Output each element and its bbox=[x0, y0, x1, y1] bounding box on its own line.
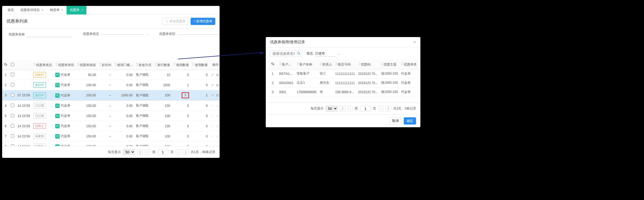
claim-qty-header[interactable]: ▲▼领用数量 bbox=[172, 60, 191, 70]
row-checkbox[interactable] bbox=[11, 114, 14, 117]
status-select[interactable]: 已使用 bbox=[315, 51, 336, 57]
qrcode-icon[interactable]: ⊞ bbox=[216, 73, 219, 77]
qrcode-icon[interactable]: ⊞ bbox=[216, 134, 219, 138]
gear-header[interactable] bbox=[268, 60, 278, 69]
share-icon[interactable]: ↗ bbox=[211, 73, 214, 77]
tab-首页[interactable]: 首页 bbox=[4, 6, 17, 14]
customer-name-header[interactable]: ▲▼客户名称 bbox=[295, 60, 318, 69]
per-page-label: 每页显示 bbox=[108, 150, 121, 154]
close-icon[interactable]: ✕ bbox=[61, 9, 63, 12]
table-row[interactable]: 5 14 23:59 已过期 代代金券 150.00 -- 0.00 客户领取 … bbox=[2, 111, 220, 121]
table-row[interactable]: 6 14 23:59 已终止 代代金券 150.00 -- 0.00 客户领取 … bbox=[2, 121, 220, 131]
contact-cell: 张三 bbox=[318, 69, 334, 78]
row-checkbox[interactable] bbox=[11, 104, 14, 107]
tab-优惠券详情页[interactable]: 优惠券详情页✕ bbox=[17, 6, 47, 14]
share-icon[interactable]: ↗ bbox=[211, 83, 214, 87]
use-qty-header[interactable]: ▲▼使用数量 bbox=[191, 60, 209, 70]
discount-header[interactable]: ▲▼折扣% bbox=[97, 60, 113, 70]
share-icon[interactable]: ↗ bbox=[211, 134, 214, 138]
select-all-checkbox[interactable] bbox=[11, 63, 14, 66]
table-row[interactable]: 8 14 23:59 待发布 代代金券 150.00 -- 0.00 客户领取 … bbox=[2, 141, 220, 146]
table-row[interactable]: 3 07 23:59 执行中 代代金券 200.00 -- 1000.00 客户… bbox=[2, 90, 220, 101]
confirm-button[interactable]: 确定 bbox=[404, 117, 416, 125]
prev-page-button[interactable]: ‹ bbox=[145, 149, 150, 155]
row-checkbox[interactable] bbox=[11, 83, 14, 86]
checkbox-header[interactable] bbox=[9, 60, 16, 70]
table-row[interactable]: 2 00010001 北京1 唐先生 11111111111 2019120 7… bbox=[268, 78, 418, 88]
last-page-button[interactable]: ⟫ bbox=[183, 149, 188, 155]
face-cell: 50.00 bbox=[76, 70, 98, 80]
status-header[interactable]: ▲▼优惠券状态 bbox=[32, 60, 54, 70]
type-cell: 代代金券 bbox=[54, 80, 76, 90]
claim-value[interactable]: 3 bbox=[182, 92, 189, 98]
tab-优惠券[interactable]: 优惠券✕ bbox=[67, 6, 86, 14]
customer-code-header[interactable]: ▲▼客户... bbox=[278, 60, 295, 69]
coupon-type-header[interactable]: ▲▼优惠券类 bbox=[399, 60, 418, 69]
next-page-button[interactable]: › bbox=[378, 106, 383, 111]
row-checkbox[interactable] bbox=[11, 124, 14, 128]
share-icon[interactable]: ↗ bbox=[211, 124, 214, 128]
search-icon[interactable] bbox=[297, 51, 301, 56]
page-size-select[interactable]: 50 bbox=[123, 149, 135, 155]
page-number-input[interactable] bbox=[360, 106, 371, 111]
status-cell: 已过期 bbox=[32, 111, 54, 121]
qrcode-icon[interactable]: ⊞ bbox=[216, 114, 219, 118]
phone-cell: 11111111111 bbox=[334, 78, 356, 88]
share-icon[interactable]: ↗ bbox=[211, 145, 214, 146]
usage-table: ▲▼客户... ▲▼客户名称 ▲▼联系人 ▲▼电话号码 ▲▼优惠码 ▲▼优惠主题… bbox=[268, 60, 418, 97]
table-row[interactable]: 1 待执行 代代金券 50.00 -- 0.00 客户领取 10 0 0 ↗ ⊞ bbox=[2, 70, 220, 80]
cancel-button[interactable]: 取消 bbox=[389, 117, 402, 125]
action-cell: ↗ ⊞ bbox=[209, 90, 220, 101]
qrcode-icon[interactable]: ⊞ bbox=[216, 83, 219, 87]
svg-line-2 bbox=[299, 54, 300, 55]
method-header[interactable]: ▲▼发放方式 bbox=[134, 60, 153, 70]
qrcode-icon[interactable]: ⊞ bbox=[216, 93, 219, 97]
next-page-button[interactable]: › bbox=[176, 149, 181, 155]
add-coupon-button[interactable]: + 新增优惠券 bbox=[191, 18, 215, 25]
prev-page-button[interactable]: ‹ bbox=[348, 106, 352, 111]
action-header: 操作 bbox=[209, 60, 220, 70]
close-icon[interactable]: ✕ bbox=[41, 9, 43, 12]
qrcode-icon[interactable]: ⊞ bbox=[216, 104, 219, 108]
gear-header[interactable] bbox=[2, 60, 9, 70]
table-row[interactable]: 7 14 23:59 待发布 代代金券 150.00 -- 0.00 客户领取 … bbox=[2, 131, 220, 141]
threshold-header[interactable]: ▲▼使用门槛... bbox=[113, 60, 134, 70]
distribute-coupon-button[interactable]: ⇪ 发放优惠券 bbox=[163, 18, 188, 25]
table-row[interactable]: 4 14 23:59 已过期 代代金券 150.00 -- 0.00 客户领取 … bbox=[2, 101, 220, 111]
close-icon[interactable]: ✕ bbox=[81, 9, 83, 12]
last-page-button[interactable]: ⟫ bbox=[385, 106, 391, 111]
threshold-cell: 0.00 bbox=[113, 80, 134, 90]
filter-name-input[interactable] bbox=[27, 32, 72, 37]
share-icon[interactable]: ↗ bbox=[211, 114, 214, 118]
gear-icon bbox=[271, 62, 275, 66]
tab-销货单[interactable]: 销货单✕ bbox=[47, 6, 67, 14]
table-row[interactable]: 2 执行中 代代金券 100.00 -- 0.00 客户领取 1000 1 0 … bbox=[2, 80, 220, 90]
qrcode-icon[interactable]: ⊞ bbox=[216, 124, 219, 128]
row-checkbox[interactable] bbox=[11, 93, 14, 97]
share-icon[interactable]: ↗ bbox=[211, 93, 214, 97]
contact-header[interactable]: ▲▼联系人 bbox=[318, 60, 334, 69]
share-icon[interactable]: ↗ bbox=[211, 104, 214, 108]
coupon-subject-header[interactable]: ▲▼优惠主题 bbox=[379, 60, 399, 69]
filter-type-select[interactable] bbox=[177, 33, 220, 35]
page-number-input[interactable] bbox=[158, 149, 168, 155]
page-label: 第 bbox=[152, 150, 155, 154]
row-checkbox[interactable] bbox=[11, 144, 14, 146]
table-row[interactable]: 3 0001 17666666666 张 156 6666 6... 20191… bbox=[268, 88, 418, 97]
filter-status-select[interactable] bbox=[101, 33, 144, 35]
type-header[interactable]: ▲▼优惠券类型 bbox=[54, 60, 76, 70]
name-cell: 17666666666 bbox=[295, 88, 318, 97]
table-row[interactable]: 1 RETAIL... 零散客户 张三 11111111111 2019120 … bbox=[268, 69, 418, 78]
qrcode-icon[interactable]: ⊞ bbox=[216, 145, 219, 146]
coupon-code-header[interactable]: ▲▼优惠码 bbox=[356, 60, 379, 69]
first-page-button[interactable]: ⟪ bbox=[340, 106, 345, 111]
row-checkbox[interactable] bbox=[11, 134, 14, 138]
row-checkbox[interactable] bbox=[11, 73, 14, 76]
phone-header[interactable]: ▲▼电话号码 bbox=[334, 60, 356, 69]
face-value-header[interactable]: ▲▼优惠券面值 bbox=[76, 60, 98, 70]
close-icon[interactable]: ✕ bbox=[413, 40, 416, 44]
issue-qty-header[interactable]: ▲▼发行数量 bbox=[153, 60, 172, 70]
first-page-button[interactable]: ⟪ bbox=[137, 149, 143, 155]
issue-cell: 100 bbox=[153, 101, 172, 111]
page-size-select[interactable]: 50 bbox=[326, 106, 338, 112]
